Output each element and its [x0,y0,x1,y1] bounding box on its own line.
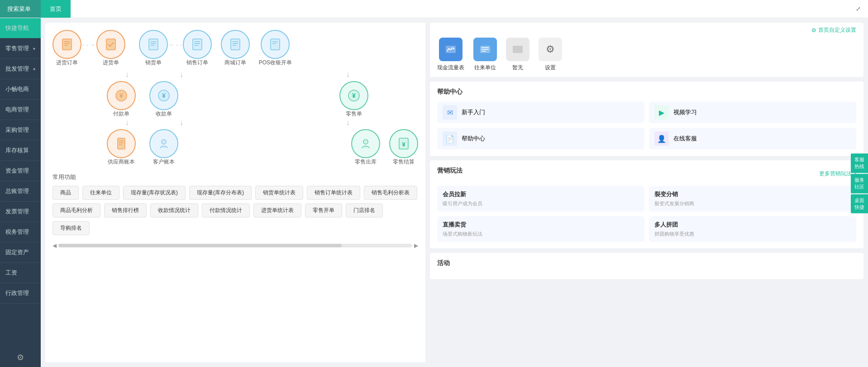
help-label-0: 新手入门 [462,108,485,116]
customize-btn[interactable]: ⚙ 首页自定义设置 [811,26,856,34]
func-btn-销售毛利分析表[interactable]: 销售毛利分析表 [364,186,417,200]
help-item-1[interactable]: ▶视频学习 [649,101,856,123]
sales-slip-label: 销货单 [145,59,162,67]
supplier-book-label: 供应商账本 [108,158,135,166]
func-btn-导购排名[interactable]: 导购排名 [52,221,90,235]
func-btn-零售开单[interactable]: 零售开单 [305,203,342,217]
float-btn-community[interactable]: 服务社区 [851,174,868,193]
sidebar-item-wholesale[interactable]: 批发管理 ▾ [0,59,41,79]
expand-icon[interactable]: ⤢ [854,5,863,14]
help-center: 帮助中心 ✉新手入门▶视频学习📄帮助中心👤在线客服 [430,82,863,156]
node-payment: ¥ 付款单 [107,81,136,118]
pos-icon[interactable] [261,30,290,59]
sidebar-item-label: 固定资产 [5,248,29,256]
func-btn-进货单统计表[interactable]: 进货单统计表 [253,203,301,217]
sidebar-item-label: 快捷导航 [5,24,29,32]
payment-label: 付款单 [113,110,129,118]
help-item-0[interactable]: ✉新手入门 [437,101,644,123]
retail-slip-icon[interactable]: ¥ [339,81,368,110]
payment-icon[interactable]: ¥ [107,81,136,110]
node-pos: POS收银开单 [259,30,292,67]
scroll-thumb[interactable] [58,244,342,247]
marketing-item-2[interactable]: 直播卖货场景式购物新玩法 [437,216,644,242]
marketing-item-desc-0: 吸引用户成为会员 [443,200,639,207]
help-icon-2: 📄 [443,131,457,146]
spacer [125,30,139,59]
func-btn-销货单统计表[interactable]: 销货单统计表 [255,186,303,200]
customer-book-icon[interactable] [149,129,178,158]
help-item-2[interactable]: 📄帮助中心 [437,128,644,150]
float-btn-desktop[interactable]: 桌面快捷 [851,194,868,213]
purchase-slip-icon[interactable] [96,30,125,59]
svg-rect-5 [149,39,158,50]
down-arrow-mall: ↓ [328,70,368,79]
svg-text:¥: ¥ [162,92,166,99]
func-btn-销售订单统计表[interactable]: 销售订单统计表 [307,186,360,200]
help-center-title: 帮助中心 [437,88,856,96]
scroll-track[interactable] [58,244,412,247]
receipt-icon[interactable]: ¥ [149,81,178,110]
supplier-book-icon[interactable] [107,129,136,158]
down-arrow-payment: ↓ [107,118,148,127]
func-btn-销售排行榜[interactable]: 销售排行榜 [104,203,147,217]
partner-icon [473,38,497,61]
func-btn-付款情况统计[interactable]: 付款情况统计 [202,203,250,217]
sidebar-item-admin[interactable]: 行政管理 [0,283,41,304]
retail-out-icon[interactable] [351,129,380,158]
retail-settle-icon[interactable]: ¥ [389,129,418,158]
tab-home[interactable]: 首页 [41,0,71,18]
func-btn-往来单位[interactable]: 往来单位 [82,186,119,200]
scroll-right-arrow[interactable]: ▶ [414,242,418,249]
sidebar-item-ecommerce[interactable]: 小畅电商 [0,79,41,100]
scroll-left-arrow[interactable]: ◀ [52,242,57,249]
sidebar-item-ledger[interactable]: 总账管理 [0,181,41,202]
marketing-item-title-1: 裂变分销 [654,190,851,198]
sidebar-settings-icon[interactable]: ⚙ [17,353,24,362]
nav-icon-none[interactable]: 暂无 [506,38,529,72]
sidebar-item-inventory[interactable]: 库存核算 [0,140,41,161]
sidebar-item-quicknav[interactable]: 快捷导航 [0,18,41,39]
none-icon [506,38,529,61]
sidebar-item-salary[interactable]: 工资 [0,263,41,283]
sales-slip-icon[interactable] [139,30,168,59]
search-menu-btn[interactable]: 搜索菜单 [0,0,41,18]
help-item-3[interactable]: 👤在线客服 [649,128,856,150]
sidebar-item-label: 行政管理 [5,289,29,297]
sidebar-item-tax[interactable]: 税务管理 [0,222,41,242]
func-btn-商品毛利分析[interactable]: 商品毛利分析 [52,203,100,217]
nav-icon-settings[interactable]: ⚙ 设置 [539,38,562,72]
sidebar-item-label: 税务管理 [5,228,29,236]
help-label-3: 在线客服 [673,135,697,143]
node-customer-book: 客户账本 [149,129,178,166]
sidebar-item-finance[interactable]: 资金管理 [0,161,41,181]
marketing-item-3[interactable]: 多人拼团拼团购物享受优惠 [649,216,856,242]
nav-icon-partner[interactable]: 往来单位 [473,38,497,72]
content-area: 进货订单 - - → 进货单 [41,18,868,367]
sidebar-item-ecom-mgmt[interactable]: 电商管理 [0,100,41,120]
float-btn-service[interactable]: 客服热线 [851,154,868,173]
func-btn-商品[interactable]: 商品 [52,186,79,200]
marketing-item-0[interactable]: 会员拉新吸引用户成为会员 [437,186,644,212]
marketing-item-1[interactable]: 裂变分销裂变式发展分销商 [649,186,856,212]
func-btn-现存量(库存状况表)[interactable]: 现存量(库存状况表) [123,186,186,200]
sidebar-item-retail[interactable]: 零售管理 ▾ [0,39,41,59]
svg-rect-9 [193,39,202,50]
nav-icon-cashflow[interactable]: 现金流量表 [437,38,464,72]
func-btn-收款情况统计[interactable]: 收款情况统计 [150,203,198,217]
sidebar-item-assets[interactable]: 固定资产 [0,242,41,263]
sidebar-item-invoice[interactable]: 发票管理 [0,202,41,222]
sidebar-item-label: 批发管理 [5,65,29,73]
sales-order-icon[interactable] [183,30,212,59]
mall-order-icon[interactable] [221,30,250,59]
customer-book-label: 客户账本 [153,158,175,166]
sidebar-item-purchase[interactable]: 采购管理 [0,120,41,140]
cashflow-label: 现金流量表 [437,64,464,72]
func-btn-门店排名[interactable]: 门店排名 [346,203,383,217]
purchase-order-icon[interactable] [52,30,81,59]
sidebar-bottom: ⚙ [0,348,41,367]
activities-section: 活动 [430,253,863,279]
float-buttons: 客服热线 服务社区 桌面快捷 [851,154,868,213]
svg-rect-4 [106,39,115,50]
func-btn-现存量(库存分布表)[interactable]: 现存量(库存分布表) [189,186,252,200]
svg-rect-0 [62,39,72,50]
